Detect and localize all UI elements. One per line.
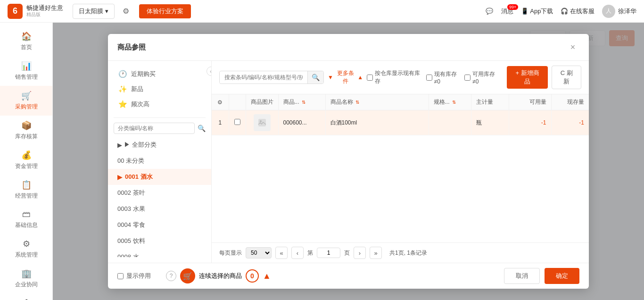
svg-point-1 [260,120,262,122]
product-search-combo: 🔍 [219,71,324,84]
modal-title: 商品参照 [117,43,566,52]
trial-btn[interactable]: 体验行业方案 [139,4,191,18]
new-icon: ✨ [118,85,127,93]
check-available-nonzero[interactable]: 现有库存≠0 [426,70,461,85]
cat-0002[interactable]: 0002 茶叶 [108,185,211,201]
modal-header: 商品参照 × [108,34,589,61]
cat-0004-label: 0004 零食 [117,221,145,229]
gear-button[interactable]: ⚙ [118,4,133,19]
cancel-btn[interactable]: 取消 [504,268,540,284]
modal-right-panel: 🔍 ▼ 更多条件 ▲ 按仓库显示现有库存 [212,61,589,263]
inventory-icon: 📦 [21,120,32,131]
col-name-header[interactable]: 商品名称 ⇅ [325,94,429,110]
col-spec-header[interactable]: 规格... ⇅ [429,94,471,110]
usable-checkbox[interactable] [464,75,471,81]
col-img-header: 商品图片 [246,94,278,110]
collapse-cart-btn[interactable]: ▲ [263,271,271,281]
sidebar-label-purchase: 采购管理 [15,103,38,111]
row-avail: -1 [509,110,551,135]
col-settings[interactable]: ⚙ [212,94,229,110]
sidebar-item-enterprise[interactable]: 🏢 企业协同 [0,264,52,293]
sidebar-item-guide[interactable]: 🎓 新手引导 [0,293,52,300]
quick-new[interactable]: ✨ 新品 [114,82,206,97]
app-download[interactable]: 📱 App下载 [521,7,553,16]
table-row[interactable]: 1 000600... 白酒100ml 瓶 -1 -1 [212,110,589,135]
col-checkbox [229,94,246,110]
quick-freq[interactable]: ⭐ 频次高 [114,97,206,112]
product-reference-modal: 商品参照 × 🕐 近期购买 ✨ 新 [108,34,589,289]
sort-icon-name: ⇅ [355,100,359,105]
cat-0008[interactable]: 0008 水 [108,249,211,257]
filter-label: 更多条件 [335,69,355,85]
modal-close-btn[interactable]: × [566,41,579,54]
per-page-label: 每页显示 [219,249,242,257]
col-code-header[interactable]: 商品... ⇅ [278,94,325,110]
refresh-btn[interactable]: C 刷新 [552,66,581,89]
add-product-btn[interactable]: + 新增商品 [507,66,548,89]
cart-icon[interactable]: 🛒 [180,268,195,283]
confirm-btn[interactable]: 确定 [545,268,579,284]
first-page-btn[interactable]: « [275,247,288,259]
cat-all[interactable]: ▶ ▶ 全部分类 [108,137,211,153]
filter-btn[interactable]: ▼ 更多条件 ▲ [328,69,363,85]
sidebar-label-finance: 资金管理 [15,162,38,170]
sidebar-item-ops[interactable]: 📋 经营管理 [0,175,52,205]
modal-body: 🕐 近期购买 ✨ 新品 ⭐ 频次高 « [108,61,589,263]
sidebar-item-purchase[interactable]: 🛒 采购管理 [0,86,52,116]
row-check[interactable] [229,110,246,135]
cat-0005-label: 0005 饮料 [117,237,145,245]
next-page-btn[interactable]: › [354,247,366,259]
finance-icon: 💰 [21,150,32,160]
filter-icon: ▼ [328,74,333,81]
product-search-btn[interactable]: 🔍 [307,71,323,83]
page-label: 第 [307,249,313,257]
sidebar-item-system[interactable]: ⚙ 系统管理 [0,234,52,264]
prev-page-btn[interactable]: ‹ [291,247,304,259]
help-icon[interactable]: ? [166,271,176,281]
category-search-icon[interactable]: 🔍 [198,125,206,132]
store-selector[interactable]: 日太阳膜 ▾ [73,4,115,19]
cat-0008-label: 0008 水 [117,253,139,257]
total-info: 共1页, 1条记录 [389,249,427,257]
enterprise-icon: 🏢 [21,268,32,279]
message-badge[interactable]: 💬 99+ 消息 [486,7,514,16]
cat-00[interactable]: 00 未分类 [108,153,211,169]
sidebar-item-finance[interactable]: 💰 资金管理 [0,145,52,175]
user-area[interactable]: 人 徐泽华 [602,5,636,18]
main-content: 设置 刷新 查询 商品参照 × 🕐 [53,23,644,300]
online-service[interactable]: 🎧 在线客服 [561,7,594,16]
cat-0002-label: 0002 茶叶 [117,189,145,197]
category-search-input[interactable] [114,123,195,134]
last-page-btn[interactable]: » [370,247,382,259]
check-usable-nonzero[interactable]: 可用库存≠0 [464,70,499,85]
sidebar-item-base[interactable]: 🗃 基础信息 [0,205,52,234]
warehouse-checkbox[interactable] [367,75,373,81]
row-stock: -1 [551,110,589,135]
cat-0005[interactable]: 0005 饮料 [108,233,211,249]
sidebar-item-home[interactable]: 🏠 首页 [0,26,52,56]
sidebar-item-inventory[interactable]: 📦 库存核算 [0,116,52,145]
sidebar-item-sales[interactable]: 📊 销售管理 [0,56,52,86]
page-input[interactable] [317,248,340,258]
product-table-body: 1 000600... 白酒100ml 瓶 -1 -1 [212,110,589,135]
cat-0003-label: 0003 水果 [117,205,145,213]
available-checkbox[interactable] [426,75,432,81]
product-search-input[interactable] [220,72,307,83]
sidebar-label-enterprise: 企业协同 [15,281,38,289]
cat-0003[interactable]: 0003 水果 [108,201,211,217]
cat-0001[interactable]: ▶ 0001 酒水 [108,169,211,185]
quick-recent[interactable]: 🕐 近期购买 [114,67,206,82]
page-suffix: 页 [344,249,350,257]
cat-0004[interactable]: 0004 零食 [108,217,211,233]
filter-arrow-icon: ▲ [357,74,363,81]
show-disabled-checkbox[interactable] [117,273,124,279]
quick-access: 🕐 近期购买 ✨ 新品 ⭐ 频次高 [108,67,211,116]
per-page-select[interactable]: 50 100 200 [246,247,272,258]
col-unit-header[interactable]: 主计量 [471,94,509,110]
username: 徐泽华 [618,7,636,16]
show-disabled-label[interactable]: 显示停用 [117,272,151,280]
guide-icon: 🎓 [21,298,32,300]
sidebar-label-ops: 经营管理 [15,192,38,200]
check-warehouse[interactable]: 按仓库显示现有库存 [367,69,422,85]
modal-overlay: 商品参照 × 🕐 近期购买 ✨ 新 [53,23,644,300]
